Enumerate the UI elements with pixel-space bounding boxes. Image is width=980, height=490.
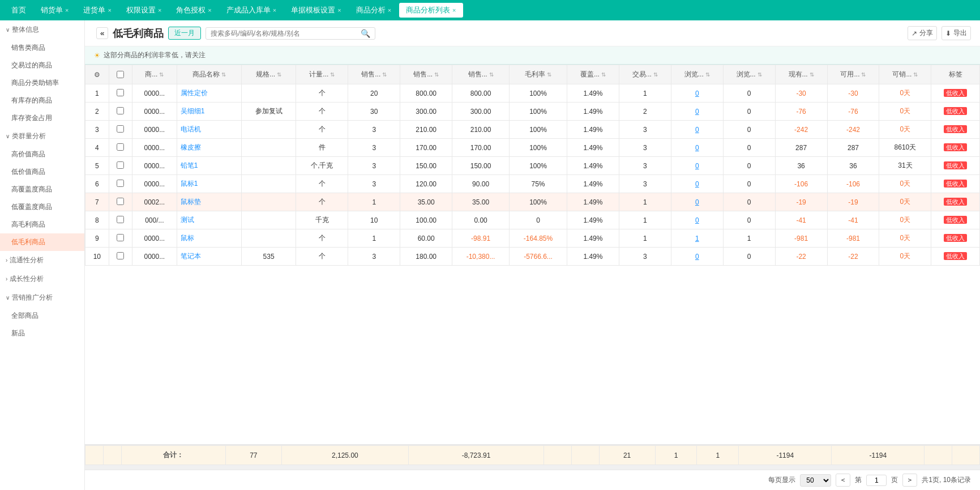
sidebar-group-flow[interactable]: › 流通性分析	[0, 251, 84, 270]
page-number-input[interactable]	[866, 475, 887, 486]
row-view1[interactable]: 0	[671, 193, 723, 211]
share-button[interactable]: ↗ 分享	[908, 26, 937, 40]
col-sales-qty[interactable]: 销售...⇅	[348, 65, 400, 84]
nav-analysis[interactable]: 商品分析×	[349, 3, 398, 18]
sidebar-collapse-btn[interactable]: «	[96, 27, 108, 39]
row-checkbox[interactable]	[109, 157, 132, 175]
row-name[interactable]: 橡皮擦	[177, 139, 241, 157]
row-current-stock: -242	[775, 121, 827, 139]
row-unit: 个,千克	[296, 157, 348, 175]
row-view1[interactable]: 0	[671, 139, 723, 157]
next-page-btn[interactable]: ＞	[902, 474, 917, 487]
select-all-checkbox[interactable]	[117, 71, 124, 78]
row-checkbox[interactable]	[109, 139, 132, 157]
col-coverage[interactable]: 覆盖...⇅	[567, 65, 619, 84]
filter-period-btn[interactable]: 近一月	[168, 27, 201, 40]
col-name[interactable]: 商品名称⇅	[177, 65, 241, 84]
row-checkbox[interactable]	[109, 84, 132, 103]
row-view1[interactable]: 0	[671, 211, 723, 229]
row-name[interactable]: 属性定价	[177, 84, 241, 103]
sidebar-group-overall[interactable]: ∨ 整体信息	[0, 20, 84, 39]
row-checkbox[interactable]	[109, 175, 132, 193]
sidebar-item-sales-goods[interactable]: 销售类商品	[0, 39, 84, 57]
col-unit[interactable]: 计量...⇅	[296, 65, 348, 84]
row-coverage: 1.49%	[567, 229, 619, 248]
nav-role[interactable]: 角色授权×	[169, 3, 218, 18]
row-view1[interactable]: 1	[671, 229, 723, 248]
row-name[interactable]: 电话机	[177, 121, 241, 139]
sidebar-item-new-goods[interactable]: 新品	[0, 325, 84, 342]
sidebar-item-high-coverage[interactable]: 高覆盖度商品	[0, 181, 84, 198]
col-settings[interactable]: ⚙	[85, 65, 109, 84]
sidebar-item-low-coverage[interactable]: 低覆盖度商品	[0, 198, 84, 216]
col-view2[interactable]: 浏览...⇅	[723, 65, 775, 84]
row-name[interactable]: 吴细细1	[177, 103, 241, 121]
sidebar-group-growth[interactable]: › 成长性分析	[0, 270, 84, 288]
row-view1[interactable]: 0	[671, 103, 723, 121]
col-trade[interactable]: 交易...⇅	[619, 65, 671, 84]
sidebar-item-low-value[interactable]: 低价值商品	[0, 163, 84, 181]
sidebar-group-cluster[interactable]: ∨ 类群量分析	[0, 127, 84, 146]
row-code: 0000...	[132, 121, 177, 139]
sidebar-item-low-margin[interactable]: 低毛利商品	[0, 233, 84, 251]
col-spec[interactable]: 规格...⇅	[241, 65, 296, 84]
sort-icon: ⇅	[489, 71, 494, 78]
content-area: « 低毛利商品 近一月 🔍 ↗ 分享 ⬇ 导出 ☀ 这部分商品的利润非常低，	[85, 20, 980, 490]
row-name[interactable]: 鼠标	[177, 229, 241, 248]
page-size-select[interactable]: 50 100 200	[800, 474, 831, 487]
row-checkbox[interactable]	[109, 211, 132, 229]
prev-page-btn[interactable]: ＜	[836, 474, 850, 487]
col-sales-amount[interactable]: 销售...⇅	[452, 65, 510, 84]
sidebar-item-traded-goods[interactable]: 交易过的商品	[0, 57, 84, 74]
search-input[interactable]	[211, 29, 361, 37]
sidebar-item-category-rate[interactable]: 商品分类助销率	[0, 74, 84, 92]
export-button[interactable]: ⬇ 导出	[942, 26, 971, 40]
col-saleable[interactable]: 可销...⇅	[879, 65, 931, 84]
sidebar-item-high-margin[interactable]: 高毛利商品	[0, 216, 84, 233]
sidebar-item-high-value[interactable]: 高价值商品	[0, 146, 84, 163]
row-view1[interactable]: 0	[671, 248, 723, 266]
row-name[interactable]: 笔记本	[177, 248, 241, 266]
row-name[interactable]: 测试	[177, 211, 241, 229]
row-name[interactable]: 鼠标垫	[177, 193, 241, 211]
row-trade: 2	[619, 103, 671, 121]
col-checkbox[interactable]	[109, 65, 132, 84]
row-coverage: 1.49%	[567, 248, 619, 266]
sort-icon: ⇅	[653, 71, 658, 78]
horizontal-scrollbar[interactable]	[85, 465, 980, 470]
sidebar-item-in-stock[interactable]: 有库存的商品	[0, 92, 84, 109]
col-gross-rate[interactable]: 毛利率⇅	[510, 65, 567, 84]
sidebar-item-capital[interactable]: 库存资金占用	[0, 109, 84, 127]
row-checkbox[interactable]	[109, 193, 132, 211]
nav-home[interactable]: 首页	[5, 3, 33, 18]
nav-template[interactable]: 单据模板设置×	[284, 3, 348, 18]
col-view1[interactable]: 浏览...⇅	[671, 65, 723, 84]
row-checkbox[interactable]	[109, 248, 132, 266]
sidebar-item-all-goods[interactable]: 全部商品	[0, 307, 84, 325]
row-view1[interactable]: 0	[671, 121, 723, 139]
row-unit: 个	[296, 193, 348, 211]
row-unit: 个	[296, 248, 348, 266]
col-available[interactable]: 可用...⇅	[827, 65, 879, 84]
nav-purchase[interactable]: 进货单×	[76, 3, 118, 18]
row-view1[interactable]: 0	[671, 84, 723, 103]
row-code: 0000...	[132, 84, 177, 103]
nav-analysis-list[interactable]: 商品分析列表×	[399, 3, 463, 18]
col-sales-price[interactable]: 销售...⇅	[400, 65, 452, 84]
table-row: 4 0000... 橡皮擦 件 3 170.00 170.00 100% 1.4…	[85, 139, 980, 157]
row-view1[interactable]: 0	[671, 157, 723, 175]
nav-product-inbound[interactable]: 产成品入库单×	[220, 3, 283, 18]
row-name[interactable]: 鼠标1	[177, 175, 241, 193]
row-checkbox[interactable]	[109, 103, 132, 121]
row-name[interactable]: 铅笔1	[177, 157, 241, 175]
nav-sales[interactable]: 销货单×	[34, 3, 75, 18]
row-checkbox[interactable]	[109, 121, 132, 139]
col-code[interactable]: 商...⇅	[132, 65, 177, 84]
col-current-stock[interactable]: 现有...⇅	[775, 65, 827, 84]
nav-permission[interactable]: 权限设置×	[119, 3, 168, 18]
col-tag[interactable]: 标签	[931, 65, 980, 84]
row-tag: 低收入	[931, 248, 980, 266]
row-checkbox[interactable]	[109, 229, 132, 248]
row-view1[interactable]: 0	[671, 175, 723, 193]
sidebar-group-marketing[interactable]: ∨ 营销推广分析	[0, 288, 84, 307]
